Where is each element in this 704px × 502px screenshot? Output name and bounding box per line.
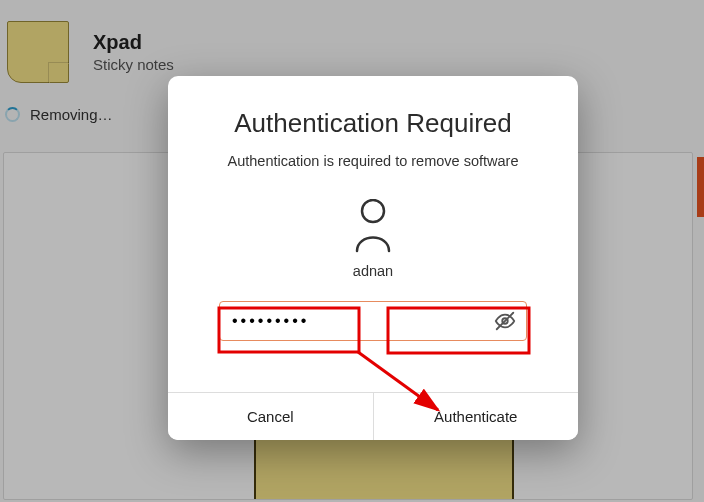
cancel-button[interactable]: Cancel xyxy=(168,393,373,440)
dialog-message: Authentication is required to remove sof… xyxy=(198,153,548,169)
toggle-password-visibility-icon[interactable] xyxy=(484,302,526,340)
dialog-title: Authentication Required xyxy=(198,108,548,139)
svg-point-0 xyxy=(362,200,384,222)
password-input[interactable] xyxy=(220,302,484,340)
authenticate-button[interactable]: Authenticate xyxy=(373,393,579,440)
user-avatar-icon xyxy=(355,199,391,253)
user-name: adnan xyxy=(353,263,393,279)
auth-dialog: Authentication Required Authentication i… xyxy=(168,76,578,440)
password-field-wrap xyxy=(219,301,527,341)
